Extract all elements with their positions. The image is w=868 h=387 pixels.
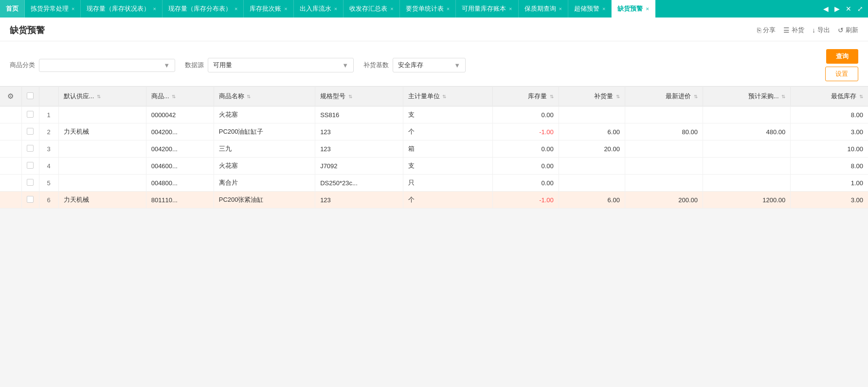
col-gear: ⚙ <box>0 87 21 106</box>
nav-next-btn[interactable]: ▶ <box>832 3 843 14</box>
row-goods-code: 801110... <box>146 192 214 209</box>
settings-button[interactable]: 设置 <box>825 67 858 81</box>
close-icon[interactable]: × <box>334 6 337 12</box>
row-supplier <box>58 141 146 158</box>
row-checkbox[interactable] <box>27 179 34 186</box>
nav-tab-overstock-warn[interactable]: 超储预警 × <box>568 0 612 18</box>
refresh-button[interactable]: ↺ 刷新 <box>838 26 858 35</box>
chevron-down-icon: ▼ <box>163 62 170 69</box>
filter-group-category: 商品分类 ▼ <box>10 59 175 72</box>
row-checkbox-cell <box>21 123 39 141</box>
close-icon[interactable]: × <box>602 6 605 12</box>
close-icon[interactable]: × <box>447 6 450 12</box>
row-spec: 123 <box>315 192 403 209</box>
category-select[interactable]: ▼ <box>39 59 175 72</box>
close-icon[interactable]: × <box>153 6 156 12</box>
close-icon[interactable]: × <box>284 6 287 12</box>
nav-tab-pick-error[interactable]: 拣货异常处理 × <box>25 0 81 18</box>
nav-tab-stock-status[interactable]: 现存量（库存状况表） × <box>81 0 162 18</box>
row-supplier: 力天机械 <box>58 123 146 141</box>
sort-icon: ⇅ <box>781 94 785 99</box>
row-spec: SS816 <box>315 106 403 123</box>
row-goods-code: 0000042 <box>146 106 214 123</box>
filter-actions: 查询 设置 <box>825 49 858 81</box>
basis-label: 补货基数 <box>363 61 389 70</box>
row-goods-code: 004600... <box>146 158 214 175</box>
row-gear-cell <box>0 192 21 209</box>
share-button[interactable]: ⎘ 分享 <box>757 26 776 35</box>
row-checkbox[interactable] <box>27 111 34 118</box>
replenish-button[interactable]: ☰ 补货 <box>783 26 804 35</box>
row-unit: 支 <box>403 158 492 175</box>
col-replenish-header[interactable]: 补货量 ⇅ <box>559 87 625 106</box>
col-unit-header[interactable]: 主计量单位 ⇅ <box>403 87 492 106</box>
row-checkbox-cell <box>21 141 39 158</box>
col-min-stock-header[interactable]: 最低库存 ⇅ <box>791 87 868 106</box>
row-checkbox[interactable] <box>27 145 34 152</box>
row-replenish <box>559 106 625 123</box>
row-unit: 箱 <box>403 141 492 158</box>
nav-tab-shortage-warn[interactable]: 缺货预警 × <box>612 0 655 18</box>
close-icon[interactable]: × <box>646 6 649 12</box>
row-goods-code: 004200... <box>146 123 214 141</box>
close-icon[interactable]: × <box>390 6 393 12</box>
row-index: 3 <box>39 141 58 158</box>
nav-tab-home[interactable]: 首页 <box>0 0 25 18</box>
nav-prev-btn[interactable]: ◀ <box>820 3 832 14</box>
export-button[interactable]: ↓ 导出 <box>812 26 830 35</box>
datasource-value: 可用量 <box>213 61 232 70</box>
row-latest-price <box>625 158 703 175</box>
table-container: ⚙ 默认供应... ⇅ 商品... ⇅ 商品名称 <box>0 86 868 209</box>
page-header: 缺货预警 ⎘ 分享 ☰ 补货 ↓ 导出 ↺ 刷新 <box>0 18 868 41</box>
row-checkbox[interactable] <box>27 196 34 203</box>
data-table: ⚙ 默认供应... ⇅ 商品... ⇅ 商品名称 <box>0 86 868 209</box>
nav-tab-stock-dist[interactable]: 现存量（库存分布表） × <box>163 0 244 18</box>
row-min-stock: 1.00 <box>791 175 868 192</box>
col-spec-header[interactable]: 规格型号 ⇅ <box>315 87 403 106</box>
col-goods-name-header[interactable]: 商品名称 ⇅ <box>214 87 315 106</box>
nav-tab-order-stat[interactable]: 要货单统计表 × <box>400 0 456 18</box>
row-unit: 只 <box>403 175 492 192</box>
close-icon[interactable]: × <box>559 6 562 12</box>
col-est-purchase-header[interactable]: 预计采购... ⇅ <box>703 87 791 106</box>
row-goods-name: PC200张紧油缸 <box>214 192 315 209</box>
sort-icon: ⇅ <box>616 94 620 99</box>
datasource-select[interactable]: 可用量 ▼ <box>208 58 354 72</box>
nav-tab-receive-sum[interactable]: 收发存汇总表 × <box>344 0 399 18</box>
row-min-stock: 8.00 <box>791 106 868 123</box>
select-all-checkbox[interactable] <box>27 92 34 99</box>
col-stock-header[interactable]: 库存量 ⇅ <box>492 87 559 106</box>
row-checkbox-cell <box>21 192 39 209</box>
row-checkbox-cell <box>21 158 39 175</box>
nav-close-btn[interactable]: ✕ <box>843 3 854 14</box>
row-goods-name: 三九 <box>214 141 315 158</box>
col-goods-code-header[interactable]: 商品... ⇅ <box>146 87 214 106</box>
nav-tab-inout-flow[interactable]: 出入库流水 × <box>294 0 344 18</box>
row-checkbox[interactable] <box>27 162 34 169</box>
close-icon[interactable]: × <box>235 6 237 12</box>
table-row: 6 力天机械 801110... PC200张紧油缸 123 个 -1.00 6… <box>0 192 868 209</box>
nav-expand-btn[interactable]: ⤢ <box>854 3 866 14</box>
gear-button[interactable]: ⚙ <box>5 91 16 102</box>
basis-select[interactable]: 安全库存 ▼ <box>393 58 466 72</box>
row-min-stock: 8.00 <box>791 158 868 175</box>
row-index: 2 <box>39 123 58 141</box>
row-est-purchase <box>703 158 791 175</box>
row-spec: J7092 <box>315 158 403 175</box>
query-button[interactable]: 查询 <box>826 49 858 64</box>
nav-tab-available-book[interactable]: 可用量库存账本 × <box>456 0 518 18</box>
row-est-purchase <box>703 175 791 192</box>
col-supplier-header[interactable]: 默认供应... ⇅ <box>58 87 146 106</box>
row-gear-cell <box>0 141 21 158</box>
row-index: 6 <box>39 192 58 209</box>
row-index: 4 <box>39 158 58 175</box>
nav-tab-batch-account[interactable]: 库存批次账 × <box>244 0 293 18</box>
row-unit: 支 <box>403 106 492 123</box>
close-icon[interactable]: × <box>72 6 74 12</box>
close-icon[interactable]: × <box>509 6 512 12</box>
sort-icon: ⇅ <box>247 94 251 99</box>
nav-tab-expiry-query[interactable]: 保质期查询 × <box>519 0 568 18</box>
export-icon: ↓ <box>812 26 815 34</box>
col-latest-price-header[interactable]: 最新进价 ⇅ <box>625 87 703 106</box>
row-checkbox[interactable] <box>27 128 34 135</box>
